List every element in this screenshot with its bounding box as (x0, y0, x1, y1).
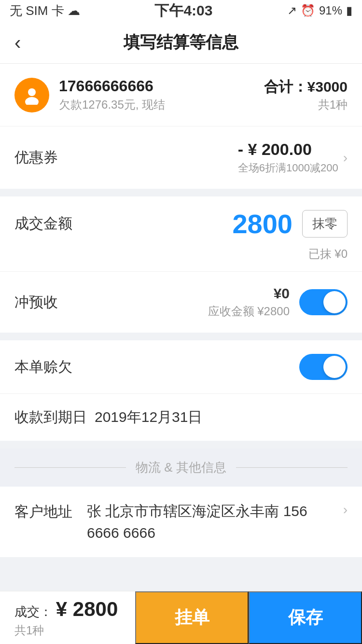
bottom-label: 成交： (14, 604, 52, 619)
nav-bar: ‹ 填写结算等信息 (0, 21, 362, 64)
avatar (14, 78, 49, 112)
svg-point-0 (28, 88, 36, 96)
prepay-label: 冲预收 (14, 293, 58, 312)
back-button[interactable]: ‹ (14, 33, 21, 52)
amount-right: 2800 抹零 (232, 210, 348, 238)
prepay-row: 冲预收 ¥0 应收金额 ¥2800 (0, 271, 362, 333)
prepay-amount: ¥0 (208, 285, 290, 302)
prepay-values: ¥0 应收金额 ¥2800 (208, 285, 290, 319)
save-button[interactable]: 保存 (249, 591, 362, 644)
customer-card: 17666666666 欠款1276.35元, 现结 合计：¥3000 共1种 … (0, 64, 362, 189)
coupon-amount: - ¥ 200.00 (238, 140, 338, 159)
prepay-receivable: 应收金额 ¥2800 (208, 304, 290, 319)
date-row: 收款到期日 2019年12月31日 (0, 393, 362, 441)
address-row[interactable]: 客户地址 张 北京市市辖区海淀区永丰南 156 6666 6666 › (0, 487, 362, 557)
page-title: 填写结算等信息 (124, 31, 238, 54)
total-value: 合计：¥3000 (264, 77, 348, 97)
address-value: 张 北京市市辖区海淀区永丰南 156 6666 6666 (87, 500, 338, 544)
section-divider: 物流 & 其他信息 (0, 448, 362, 487)
svg-point-1 (25, 97, 39, 105)
coupon-row[interactable]: 优惠券 - ¥ 200.00 全场6折满1000减200 › (0, 126, 362, 189)
debt-label: 本单赊欠 (14, 357, 72, 377)
status-bar: 无 SIM 卡 ☁ 下午4:03 ↗ ⏰ 91% ▮ (0, 0, 362, 21)
address-chevron-icon: › (343, 500, 348, 518)
status-time: 下午4:03 (154, 1, 212, 21)
customer-total: 合计：¥3000 共1种 (264, 77, 348, 112)
sim-text: 无 SIM 卡 ☁ (10, 2, 80, 19)
customer-left: 17666666666 欠款1276.35元, 现结 (14, 77, 165, 112)
coupon-chevron-icon: › (343, 150, 348, 166)
battery-icon: ▮ (346, 4, 352, 17)
location-icon: ↗ (287, 4, 297, 17)
prepay-toggle[interactable] (299, 289, 348, 315)
address-label: 客户地址 (14, 500, 72, 522)
divider-line-right (236, 467, 348, 468)
hang-button[interactable]: 挂单 (135, 591, 249, 644)
divider-text: 物流 & 其他信息 (136, 459, 226, 476)
address-section: 客户地址 张 北京市市辖区海淀区永丰南 156 6666 6666 › (0, 487, 362, 557)
bottom-count: 共1种 (14, 623, 121, 638)
prepay-right: ¥0 应收金额 ¥2800 (208, 285, 348, 319)
total-count: 共1种 (264, 97, 348, 112)
bottom-label-row: 成交： ¥ 2800 (14, 598, 121, 621)
coupon-desc: 全场6折满1000减200 (238, 161, 338, 175)
amount-sub: 已抹 ¥0 (0, 246, 362, 271)
debt-toggle[interactable] (299, 354, 348, 380)
battery-text: 91% (319, 4, 342, 17)
transaction-section: 成交金额 2800 抹零 已抹 ¥0 冲预收 ¥0 应收金额 ¥2800 (0, 196, 362, 333)
customer-phone: 17666666666 (59, 77, 165, 95)
date-label: 收款到期日 (14, 407, 87, 427)
customer-info: 17666666666 欠款1276.35元, 现结 (59, 77, 165, 112)
amount-value: 2800 (232, 210, 292, 238)
coupon-label: 优惠券 (14, 148, 58, 168)
amount-label: 成交金额 (14, 214, 72, 234)
amount-row: 成交金额 2800 抹零 (0, 196, 362, 251)
coupon-right: - ¥ 200.00 全场6折满1000减200 › (238, 140, 348, 175)
bottom-info: 成交： ¥ 2800 共1种 (0, 598, 135, 638)
divider-line-left (14, 467, 126, 468)
status-left: 无 SIM 卡 ☁ (10, 2, 80, 19)
bottom-bar: 成交： ¥ 2800 共1种 挂单 保存 (0, 591, 362, 644)
alarm-icon: ⏰ (301, 4, 315, 17)
debt-card: 本单赊欠 收款到期日 2019年12月31日 (0, 340, 362, 441)
status-right: ↗ ⏰ 91% ▮ (287, 4, 352, 17)
content: 17666666666 欠款1276.35元, 现结 合计：¥3000 共1种 … (0, 64, 362, 644)
round-button[interactable]: 抹零 (302, 210, 348, 238)
bottom-amount: ¥ 2800 (56, 598, 118, 620)
date-value: 2019年12月31日 (95, 407, 202, 427)
debt-row: 本单赊欠 (0, 340, 362, 393)
customer-debt: 欠款1276.35元, 现结 (59, 97, 165, 112)
customer-row: 17666666666 欠款1276.35元, 现结 合计：¥3000 共1种 (0, 64, 362, 126)
